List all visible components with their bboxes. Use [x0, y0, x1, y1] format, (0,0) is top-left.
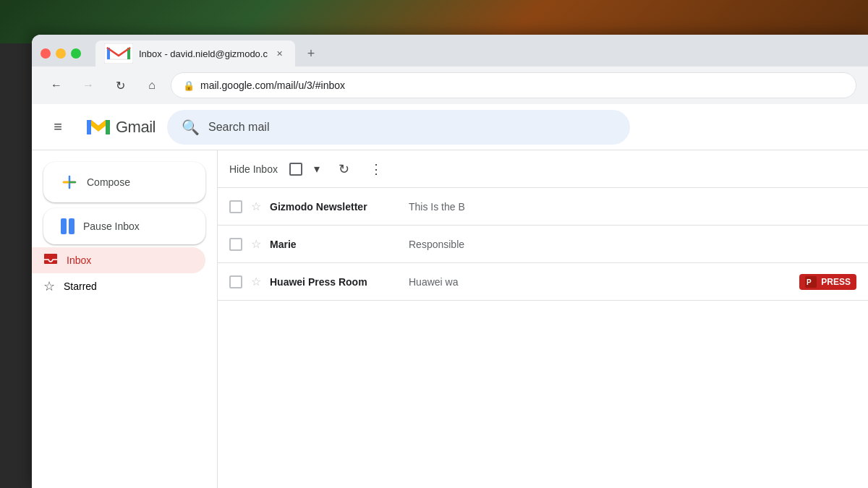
- pause-inbox-label: Pause Inbox: [83, 221, 140, 232]
- email-checkbox[interactable]: [229, 238, 242, 251]
- gmail-title: Gmail: [116, 118, 156, 137]
- svg-rect-9: [44, 254, 57, 264]
- refresh-button[interactable]: ↻: [331, 156, 357, 182]
- nav-bar: ← → ↻ ⌂ 🔒 mail.google.com/mail/u/3/#inbo…: [32, 67, 868, 104]
- email-row[interactable]: ☆ Huawei Press Room Huawei wa P PRESS: [218, 263, 868, 301]
- search-icon: 🔍: [182, 119, 200, 136]
- minimize-button[interactable]: [56, 48, 66, 59]
- compose-icon: [61, 174, 78, 191]
- close-button[interactable]: [41, 48, 51, 59]
- url-text: mail.google.com/mail/u/3/#inbox: [200, 80, 345, 91]
- back-button[interactable]: ←: [43, 72, 69, 98]
- star-button[interactable]: ☆: [251, 275, 261, 288]
- svg-text:P: P: [807, 278, 812, 286]
- search-bar[interactable]: 🔍 Search mail: [167, 110, 630, 145]
- address-bar[interactable]: 🔒 mail.google.com/mail/u/3/#inbox: [171, 72, 856, 98]
- lock-icon: 🔒: [183, 80, 195, 91]
- press-badge-icon: P: [805, 276, 817, 288]
- email-toolbar: Hide Inbox ▾ ↻ ⋮: [218, 150, 868, 188]
- inbox-icon: [43, 252, 58, 269]
- active-tab[interactable]: Inbox - david.nield@gizmodo.c ✕: [95, 40, 295, 67]
- gmail-header: ≡ Gmail 🔍 Search mail: [32, 104, 868, 150]
- email-sender: Gizmodo Newsletter: [270, 201, 400, 213]
- star-button[interactable]: ☆: [251, 237, 261, 251]
- browser-window: Inbox - david.nield@gizmodo.c ✕ + ← → ↻ …: [32, 35, 868, 488]
- gmail-tab-icon: [104, 43, 133, 64]
- gmail-logo: Gmail: [84, 117, 156, 137]
- sidebar-item-inbox[interactable]: Inbox: [32, 247, 205, 273]
- more-options-button[interactable]: ⋮: [363, 156, 389, 182]
- press-label: PRESS: [821, 277, 851, 287]
- email-sender: Marie: [270, 239, 400, 250]
- maximize-button[interactable]: [71, 48, 81, 59]
- star-button[interactable]: ☆: [251, 200, 261, 213]
- hide-inbox-label: Hide Inbox: [229, 163, 278, 175]
- select-dropdown-button[interactable]: ▾: [308, 160, 326, 178]
- gmail-main: Compose Pause Inbox: [32, 150, 868, 488]
- email-checkbox[interactable]: [229, 200, 242, 213]
- email-preview: Responsible: [409, 239, 856, 250]
- email-row[interactable]: ☆ Gizmodo Newsletter This Is the B: [218, 188, 868, 226]
- new-tab-button[interactable]: +: [301, 43, 321, 64]
- press-badge: P PRESS: [799, 274, 856, 290]
- search-placeholder-text: Search mail: [208, 121, 269, 134]
- sidebar: Compose Pause Inbox: [32, 150, 217, 488]
- email-list-area: Hide Inbox ▾ ↻ ⋮ ☆ Gizmodo Newsletter Th…: [217, 150, 868, 488]
- window-controls: [41, 48, 81, 59]
- gmail-logo-icon: [84, 117, 113, 137]
- inbox-label: Inbox: [67, 254, 91, 266]
- email-checkbox[interactable]: [229, 275, 242, 288]
- gmail-app: ≡ Gmail 🔍 Search mail: [32, 104, 868, 488]
- pause-inbox-button[interactable]: Pause Inbox: [43, 208, 205, 244]
- tab-title-text: Inbox - david.nield@gizmodo.c: [139, 48, 268, 59]
- email-sender: Huawei Press Room: [270, 276, 400, 288]
- star-icon: ☆: [43, 278, 55, 294]
- email-rows: ☆ Gizmodo Newsletter This Is the B ☆ Mar…: [218, 188, 868, 301]
- menu-button[interactable]: ≡: [43, 113, 72, 142]
- sidebar-item-starred[interactable]: ☆ Starred: [32, 273, 205, 299]
- reload-button[interactable]: ↻: [107, 72, 133, 98]
- email-preview: This Is the B: [409, 201, 856, 213]
- email-preview: Huawei wa: [409, 276, 785, 288]
- home-button[interactable]: ⌂: [139, 72, 165, 98]
- compose-label: Compose: [87, 176, 130, 188]
- compose-button[interactable]: Compose: [43, 162, 205, 202]
- email-row[interactable]: ☆ Marie Responsible: [218, 226, 868, 263]
- pause-icon: [61, 218, 75, 234]
- tab-close-button[interactable]: ✕: [273, 47, 286, 60]
- starred-label: Starred: [64, 281, 97, 292]
- forward-button[interactable]: →: [75, 72, 101, 98]
- tab-bar: Inbox - david.nield@gizmodo.c ✕ +: [32, 35, 868, 67]
- select-all-checkbox[interactable]: [289, 163, 302, 176]
